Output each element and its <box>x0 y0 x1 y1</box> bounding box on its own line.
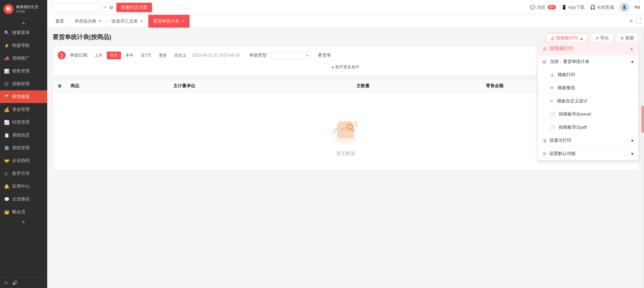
sidebar-item-basic[interactable]: 📋 基础信息 <box>0 129 47 141</box>
logo-badge: 标准版 <box>16 9 38 14</box>
template-print-icon: 🖨 <box>550 72 554 77</box>
dropdown-item-template-preview[interactable]: 👁 模板预览 <box>538 82 638 95</box>
logo-icon: 畅 <box>3 4 13 14</box>
bottom-sound-icon[interactable]: 🔊 <box>12 280 18 285</box>
bottom-settings-icon[interactable]: ⚙ <box>4 280 8 285</box>
dropdown-item-set-default[interactable]: ⚙ 设置默认功能 ▾ <box>538 147 638 160</box>
tab-order-summary[interactable]: 要货单统计表 ✕ <box>148 15 190 28</box>
printer-icon: 🖨 <box>550 36 555 41</box>
sidebar-item-sales[interactable]: 📊 销售管理 <box>0 65 47 77</box>
date-btn-current[interactable]: 本月 <box>107 52 121 59</box>
topbar-settings-icon[interactable]: ⚙ <box>109 5 114 10</box>
sidebar-item-newbie[interactable]: 🎓 新手引导 <box>0 167 47 180</box>
dropdown-item-template-print[interactable]: 🖨 模板打印 <box>538 68 638 82</box>
tab-batch-account[interactable]: 库存批次账 ✕ <box>70 15 107 28</box>
avatar[interactable]: 👤 <box>620 3 629 12</box>
app-download-label: App下载 <box>568 4 585 10</box>
display-print-label: 按显示打印 <box>550 137 572 143</box>
filter-expand-btn[interactable]: ❯ <box>58 51 66 59</box>
topbar-search-input[interactable] <box>51 3 102 12</box>
template-design-icon: ✏ <box>550 99 554 104</box>
dropdown-group-left: 🖥 按显示打印 <box>543 137 572 143</box>
topbar-chevron-icon[interactable]: ▾ <box>105 5 107 9</box>
topbar-right: 💬 消息 99+ 📱 App下载 🎧 在线客服 👤 Rit <box>530 3 640 12</box>
sidebar-item-operation[interactable]: 📈 经营管理 <box>0 116 47 129</box>
notifications-btn[interactable]: 💬 消息 99+ <box>530 4 556 10</box>
tab-home-label: 首页 <box>55 18 64 24</box>
dropdown-item-current[interactable]: ⊙ 当前：要货单统计表 ▾ <box>538 55 638 68</box>
sidebar-item-purchase[interactable]: 🛒 采购管理 <box>0 77 47 90</box>
sidebar-item-search[interactable]: 🔍 搜索菜单 <box>0 26 47 39</box>
export-btn-label: 导出 <box>600 35 609 41</box>
sidebar-logo: 畅 畅康通好生意 标准版 <box>0 0 47 19</box>
dropdown-item-template-pdf[interactable]: 📄 按模板导出pdf <box>538 121 638 134</box>
type-select-wrapper <box>271 52 311 59</box>
sidebar-item-label: 基础信息 <box>12 132 30 138</box>
print-dropdown-panel: 🖨 按模板打印 ▲ ⊙ 当前：要货单统计表 ▾ 🖨 模板打印 👁 模板预览 <box>537 42 639 161</box>
sidebar-item-system[interactable]: ⚙️ 系统管理 <box>0 141 47 154</box>
notifications-label: 消息 <box>537 4 546 10</box>
sidebar-item-marketing[interactable]: 📣 营销推广 <box>0 52 47 65</box>
dropdown-item-template-excel[interactable]: 📄 按模板导出excel <box>538 108 638 121</box>
set-default-chevron: ▾ <box>631 151 634 156</box>
th-quantity: 主数量 <box>352 79 482 93</box>
tabs-expand-btn[interactable]: ⛶ <box>636 18 641 24</box>
online-service-btn[interactable]: 🎧 在线客服 <box>590 4 614 10</box>
sidebar-item-label: 企业微信 <box>12 196 30 202</box>
template-design-label: 模板自定义设计 <box>557 98 588 104</box>
sidebar-item-member[interactable]: 👑 畅会员 <box>0 205 47 218</box>
th-product: 商品 <box>66 79 169 93</box>
online-service-label: 在线客服 <box>597 4 614 10</box>
sidebar-item-quick-nav[interactable]: ⚡ 快捷导航 <box>0 39 47 52</box>
quick-nav-icon: ⚡ <box>4 43 9 48</box>
dropdown-item-display-print[interactable]: 🖥 按显示打印 ▾ <box>538 134 638 147</box>
tabs-right: ✕ ⛶ <box>629 18 644 24</box>
dropdown-header-title: 按模板打印 <box>550 45 573 52</box>
current-icon: ⊙ <box>543 59 546 64</box>
date-btn-year[interactable]: 本年 <box>122 52 137 59</box>
sidebar-item-appstore[interactable]: 🔔 应用中心 <box>0 180 47 193</box>
sidebar-scroll-down[interactable]: ▼ <box>0 218 47 226</box>
tab-home[interactable]: 首页 <box>50 15 70 28</box>
sidebar-item-label: 采购管理 <box>12 81 30 87</box>
tab-batch-account-label: 库存批次账 <box>75 18 96 24</box>
th-settings[interactable]: ⚙ <box>53 79 66 93</box>
template-print-label: 模板打印 <box>558 72 575 78</box>
expand-more-btn[interactable]: ▾ 展开更多条件 <box>328 63 363 71</box>
sidebar-item-inventory[interactable]: 📦 库存核算 <box>0 90 47 103</box>
settings-icon[interactable]: ⚙ <box>58 84 62 89</box>
page-scrollbar-thumb[interactable] <box>641 106 644 133</box>
dropdown-header: 🖨 按模板打印 ▲ <box>538 42 638 55</box>
date-btn-prev[interactable]: 上月 <box>91 52 106 59</box>
tab-order-summary-close[interactable]: ✕ <box>181 19 185 24</box>
sidebar-item-collab[interactable]: 🤝 企业协同 <box>0 154 47 167</box>
type-select[interactable] <box>271 52 311 59</box>
topbar: ▾ ⚙ 体验行业方案 💬 消息 99+ 📱 App下载 🎧 在线客服 👤 Rit <box>47 0 644 15</box>
sidebar-item-label: 搜索菜单 <box>12 30 30 36</box>
industry-btn[interactable]: 体验行业方案 <box>116 3 152 12</box>
page-scrollbar[interactable] <box>641 28 644 288</box>
tab-batch-account-close[interactable]: ✕ <box>98 19 102 24</box>
display-print-icon: 🖥 <box>543 138 547 143</box>
dropdown-chevron-icon[interactable]: ▲ <box>630 46 634 51</box>
app-download-btn[interactable]: 📱 App下载 <box>561 4 585 10</box>
set-default-label: 设置默认功能 <box>549 151 576 157</box>
page-content: 要货单统计表(按商品) ❯ 单据日期 上月 本月 本年 近7天 更多 自定义 2… <box>47 28 644 288</box>
tabs-close-all-btn[interactable]: ✕ <box>629 18 633 24</box>
th-unit: 主计量单位 <box>169 79 352 93</box>
tab-order-summary-label: 要货单统计表 <box>153 18 179 24</box>
sidebar: 畅 畅康通好生意 标准版 ▲ 🔍 搜索菜单 ⚡ 快捷导航 📣 营销推广 📊 销售… <box>0 0 47 288</box>
chevron-right-icon: ❯ <box>60 53 63 58</box>
sidebar-scroll-up[interactable]: ▲ <box>0 19 47 26</box>
sidebar-item-finance[interactable]: 💰 资金管理 <box>0 103 47 116</box>
date-btn-more[interactable]: 更多 <box>156 52 170 59</box>
empty-text: 暂无数据 <box>336 151 355 157</box>
sidebar-item-wecom[interactable]: 💬 企业微信 <box>0 193 47 205</box>
tab-receipt-summary[interactable]: 收发存汇总表 ✕ <box>107 15 148 28</box>
main-area: ▾ ⚙ 体验行业方案 💬 消息 99+ 📱 App下载 🎧 在线客服 👤 Rit… <box>47 0 644 288</box>
tab-receipt-summary-close[interactable]: ✕ <box>140 19 143 24</box>
tabs-bar: 首页 库存批次账 ✕ 收发存汇总表 ✕ 要货单统计表 ✕ ✕ ⛶ <box>47 15 644 28</box>
date-btn-7days[interactable]: 近7天 <box>138 52 154 59</box>
dropdown-item-template-design[interactable]: ✏ 模板自定义设计 <box>538 95 638 108</box>
date-btn-custom[interactable]: 自定义 <box>171 52 189 59</box>
